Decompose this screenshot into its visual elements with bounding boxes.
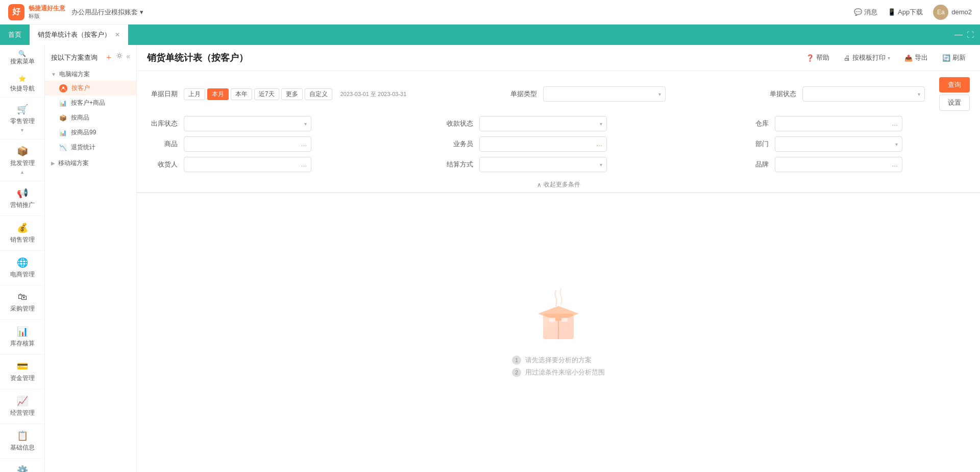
sidebar-item-inventory[interactable]: 📊 库存核算 [0,320,44,355]
scheme-actions: ＋ « [105,52,130,63]
date-last7-button[interactable]: 近7天 [254,88,279,100]
empty-svg [528,288,589,349]
action-buttons: 查询 设置 [939,77,970,111]
sidebar-item-sales[interactable]: 💰 销售管理 [0,216,44,251]
date-this-month-button[interactable]: 本月 [207,88,229,100]
type-input[interactable]: ▾ [543,86,666,102]
scheme-item-by-customer-product[interactable]: 📊 按客户+商品 [45,96,136,110]
minimize-icon[interactable]: — [954,30,963,39]
sidebar-item-marketing[interactable]: 📢 营销推广 [0,181,44,216]
warehouse-dots-icon[interactable]: … [892,120,898,127]
receiver-input[interactable]: … [184,157,311,172]
finance-icon: 💳 [17,361,28,372]
empty-state: 1 请先选择要分析的方案 2 用过滤条件来缩小分析范围 [137,193,980,472]
tab-sales-stats[interactable]: 销货单统计表（按客户） ✕ [30,25,128,45]
export-button[interactable]: 📤 导出 [900,51,932,64]
industry-arrow-icon: ▾ [140,8,143,16]
settings-button[interactable]: 设置 [939,95,970,111]
collapse-bar[interactable]: ∧ 收起更多条件 [137,177,980,193]
by-customer-label: 按客户 [71,84,90,92]
sidebar-item-finance[interactable]: 💳 资金管理 [0,355,44,389]
sidebar-search[interactable]: 🔍 搜索菜单 [0,45,44,71]
scheme-group-mobile-title[interactable]: ▶ 移动端方案 [45,157,136,170]
date-range-display: 2023-03-01 至 2023-03-31 [340,90,407,98]
message-button[interactable]: 💬 消息 [854,8,877,17]
refresh-button[interactable]: 🔄 刷新 [938,51,970,64]
warehouse-input[interactable]: … [775,116,902,131]
scheme-item-return-stats[interactable]: 📉 退货统计 [45,140,136,155]
operations-icon: 📈 [17,395,28,407]
system-icon: ⚙️ [17,465,28,472]
export-icon: 📤 [904,54,913,62]
help-button[interactable]: ❓ 帮助 [802,51,834,64]
ecommerce-icon: 🌐 [17,257,28,268]
out-status-input[interactable]: ▾ [184,116,311,131]
tab-home[interactable]: 首页 [0,25,30,45]
industry-selector[interactable]: 办公用品行业模拟账套 ▾ [71,8,143,17]
sidebar-item-wholesale[interactable]: 📦 批发管理 ▲ [0,139,44,181]
maximize-icon[interactable]: ⛶ [967,31,974,39]
app-download-button[interactable]: 📱 App下载 [888,8,923,17]
message-label: 消息 [864,8,877,17]
purchase-label: 采购管理 [10,304,35,313]
sidebar-item-purchase[interactable]: 🛍 采购管理 [0,286,44,320]
retail-label: 零售管理 [10,117,35,126]
receiver-dots-icon[interactable]: … [301,161,307,168]
scheme-group-desktop-title[interactable]: ▼ 电脑端方案 [45,68,136,81]
mobile-group-label: 移动端方案 [58,159,89,168]
salesperson-dots-icon[interactable]: … [596,140,602,148]
page-title-bar: 销货单统计表（按客户） ❓ 帮助 🖨 按模板打印 ▾ 📤 导出 [137,45,980,71]
nav-label: 快捷导航 [10,84,35,93]
scheme-add-button[interactable]: ＋ [105,52,113,63]
warehouse-label: 仓库 [738,119,769,128]
scheme-item-by-customer[interactable]: 按客户 [45,81,136,96]
status-input[interactable]: ▾ [802,86,925,102]
app-download-label: App下载 [898,8,923,17]
sidebar-item-system[interactable]: ⚙️ 系统管理 [0,459,44,472]
scheme-settings-button[interactable] [116,52,123,63]
sidebar-item-ecommerce[interactable]: 🌐 电商管理 [0,251,44,286]
date-last-month-button[interactable]: 上月 [184,88,205,100]
retail-arrow-icon: ▼ [20,128,24,133]
scheme-item-by-product[interactable]: 📦 按商品 [45,110,136,125]
product-input[interactable]: … [184,136,311,152]
sidebar-item-operations[interactable]: 📈 经营管理 [0,389,44,424]
sales-label: 销售管理 [10,235,35,244]
main-layout: 🔍 搜索菜单 ⭐ 快捷导航 🛒 零售管理 ▼ 📦 批发管理 ▲ 📢 营销推广 💰… [0,45,980,472]
finance-label: 资金管理 [10,374,35,383]
content-area: 按以下方案查询 ＋ « ▼ 电脑端方案 [45,45,980,472]
top-header: 好 畅捷通好生意 标版 办公用品行业模拟账套 ▾ 💬 消息 📱 App下载 Ea… [0,0,980,25]
print-button[interactable]: 🖨 按模板打印 ▾ [840,51,894,64]
desktop-group-label: 电脑端方案 [59,70,90,79]
salesperson-input[interactable]: … [479,136,607,152]
user-menu[interactable]: Ea demo2 [933,5,972,20]
payment-input[interactable]: ▾ [479,157,607,172]
brand-dots-icon[interactable]: … [892,161,898,168]
date-custom-button[interactable]: 自定义 [305,88,332,100]
sidebar-item-basic[interactable]: 📋 基础信息 [0,424,44,459]
logo-icon: 好 [8,4,24,20]
department-input[interactable]: ▾ [775,136,902,152]
header-right: 💬 消息 📱 App下载 Ea demo2 [854,5,972,20]
scheme-item-by-product-99[interactable]: 📊 按商品99 [45,125,136,140]
brand-input[interactable]: … [775,157,902,172]
sidebar: 🔍 搜索菜单 ⭐ 快捷导航 🛒 零售管理 ▼ 📦 批发管理 ▲ 📢 营销推广 💰… [0,45,45,472]
brand-label: 品牌 [738,160,769,169]
date-this-year-button[interactable]: 本年 [231,88,252,100]
logo-area: 好 畅捷通好生意 标版 [8,4,65,20]
date-quick-buttons: 上月 本月 本年 近7天 更多 自定义 [184,88,332,100]
receive-status-input[interactable]: ▾ [479,116,607,131]
help-icon: ❓ [806,54,814,62]
sidebar-quick-nav[interactable]: ⭐ 快捷导航 [0,71,44,98]
tab-close-icon[interactable]: ✕ [115,31,120,38]
product-dots-icon[interactable]: … [301,140,307,148]
print-label: 按模板打印 [852,53,886,62]
scheme-collapse-button[interactable]: « [126,52,130,63]
date-more-button[interactable]: 更多 [281,88,303,100]
industry-label: 办公用品行业模拟账套 [71,8,138,17]
refresh-icon: 🔄 [942,54,950,62]
filter-row-2: 出库状态 ▾ 收款状态 ▾ 仓库 … [147,116,970,131]
filter-row-4: 收货人 … 结算方式 ▾ 品牌 … [147,157,970,172]
query-button[interactable]: 查询 [939,77,970,92]
sidebar-item-retail[interactable]: 🛒 零售管理 ▼ [0,98,44,139]
